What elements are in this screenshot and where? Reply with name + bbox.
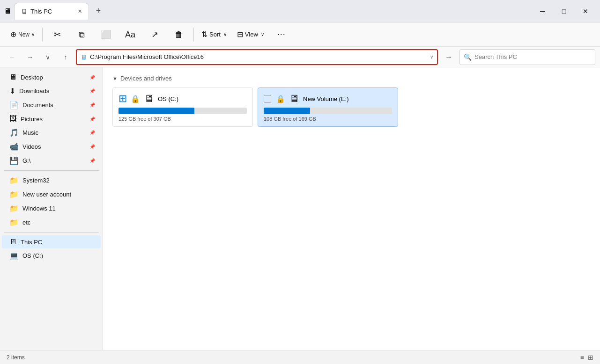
rename-icon: Aa: [125, 30, 135, 39]
sidebar-item-os-c[interactable]: 💻 OS (C:): [2, 249, 101, 262]
pin-icon: 📌: [89, 116, 95, 122]
view-chevron-icon: ∨: [261, 32, 264, 37]
tab-label: This PC: [30, 8, 52, 15]
sidebar-item-desktop[interactable]: 🖥 Desktop 📌: [2, 71, 101, 84]
new-label: New: [18, 31, 30, 38]
sidebar-item-videos[interactable]: 📹 Videos 📌: [2, 140, 101, 153]
sidebar-item-label: Pictures: [21, 116, 43, 123]
drive-e-bar-container: [264, 108, 392, 114]
rename-button[interactable]: Aa: [119, 24, 142, 45]
view-button[interactable]: ⊟ View ∨: [232, 24, 269, 45]
new-tab-button[interactable]: +: [91, 4, 106, 19]
address-drive-icon: 🖥: [81, 53, 87, 61]
sidebar-item-label: Documents: [22, 102, 53, 109]
addressbar-row: ← → ∨ ↑ 🖥 C:\Program Files\Microsoft Off…: [0, 47, 600, 67]
up-button[interactable]: ↑: [58, 50, 73, 65]
more-button[interactable]: ···: [270, 24, 293, 45]
drive-header-e: 🔒 🖥 New Volume (E:): [264, 93, 392, 105]
tab-icon: 🖥: [21, 7, 28, 15]
delete-button[interactable]: 🗑: [167, 24, 191, 45]
sidebar-item-label: G:\: [22, 157, 30, 164]
tab-strip: 🖥 This PC ✕ +: [14, 3, 532, 20]
drive-new-volume-e[interactable]: 🔒 🖥 New Volume (E:) 108 GB free of 169 G…: [258, 87, 398, 127]
sidebar-divider-2: [4, 232, 99, 233]
sidebar-item-label: Videos: [22, 143, 41, 150]
address-bar[interactable]: 🖥 C:\Program Files\Microsoft Office\Offi…: [76, 49, 438, 65]
drive-c-label: OS (C:): [158, 95, 178, 102]
list-view-button[interactable]: ≡: [580, 354, 584, 361]
toolbar: ⊕ New ∨ ✂ ⧉ ⬜ Aa ↗ 🗑 ⇅ Sort ∨ ⊟ View ∨ ·…: [0, 22, 600, 47]
share-button[interactable]: ↗: [143, 24, 166, 45]
desktop-icon: 🖥: [9, 73, 17, 81]
sidebar-item-label: Desktop: [21, 74, 43, 81]
sort-label: Sort: [209, 31, 221, 38]
pictures-icon: 🖼: [9, 115, 17, 123]
windows-logo-icon: ⊞: [119, 93, 127, 105]
drive-c-bar: [119, 108, 194, 114]
sidebar-item-label: System32: [22, 177, 50, 184]
close-button[interactable]: ✕: [575, 4, 596, 19]
minimize-button[interactable]: ─: [532, 4, 553, 19]
back-button[interactable]: ←: [5, 50, 20, 65]
view-icon: ⊟: [237, 30, 243, 39]
share-icon: ↗: [151, 30, 158, 39]
copy-icon: ⧉: [79, 30, 85, 39]
section-chevron-icon: ▼: [112, 76, 118, 81]
tab-this-pc[interactable]: 🖥 This PC ✕: [14, 3, 89, 20]
sidebar-item-documents[interactable]: 📄 Documents 📌: [2, 98, 101, 112]
paste-icon: ⬜: [101, 30, 111, 39]
pin-icon: 📌: [89, 88, 95, 94]
maximize-button[interactable]: □: [553, 4, 575, 19]
sidebar-item-g-drive[interactable]: 💾 G:\ 📌: [2, 154, 101, 167]
sidebar-item-label: This PC: [21, 239, 42, 246]
new-button[interactable]: ⊕ New ∨: [6, 24, 39, 45]
search-input[interactable]: [474, 53, 591, 60]
forward-button[interactable]: →: [22, 50, 37, 65]
sidebar-item-this-pc[interactable]: 🖥 This PC: [2, 235, 101, 248]
pin-icon: 📌: [89, 130, 95, 135]
drive-e-size-label: 108 GB free of 169 GB: [264, 116, 392, 122]
sidebar-item-label: etc: [22, 219, 30, 226]
search-box[interactable]: 🔍: [459, 49, 595, 65]
folder-icon: 📁: [9, 204, 19, 213]
drive-os-c[interactable]: ⊞ 🔒 🖥 OS (C:) 125 GB free of 307 GB: [112, 87, 253, 127]
os-drive-icon: 💻: [9, 251, 19, 260]
sidebar-item-label: New user account: [22, 191, 71, 198]
go-button[interactable]: →: [441, 49, 457, 65]
pin-icon: 📌: [89, 102, 95, 108]
tile-view-button[interactable]: ⊞: [588, 354, 593, 361]
sidebar-item-downloads[interactable]: ⬇ Downloads 📌: [2, 84, 101, 98]
toolbar-separator-1: [42, 28, 43, 42]
sidebar-item-pictures[interactable]: 🖼 Pictures 📌: [2, 112, 101, 125]
tab-close-button[interactable]: ✕: [78, 8, 82, 15]
folder-icon: 📁: [9, 176, 19, 185]
sidebar-item-label: Music: [22, 129, 38, 136]
folder-icon: 📁: [9, 190, 19, 199]
address-chevron-button[interactable]: ∨: [430, 54, 433, 59]
hdd-icon: 🖥: [144, 93, 154, 105]
sidebar-item-system32[interactable]: 📁 System32: [2, 174, 101, 187]
drive-header-c: ⊞ 🔒 🖥 OS (C:): [119, 93, 247, 105]
pin-icon: 📌: [89, 158, 95, 163]
paste-button[interactable]: ⬜: [94, 24, 118, 45]
devices-section-header[interactable]: ▼ Devices and drives: [112, 75, 591, 82]
sidebar-item-new-user-account[interactable]: 📁 New user account: [2, 188, 101, 201]
copy-button[interactable]: ⧉: [70, 24, 93, 45]
recent-button[interactable]: ∨: [40, 50, 55, 65]
cut-button[interactable]: ✂: [45, 24, 69, 45]
item-count-label: 2 items: [7, 354, 25, 361]
statusbar-right: ≡ ⊞: [580, 354, 593, 361]
hdd-icon-e: 🖥: [289, 93, 299, 105]
sidebar-item-windows11[interactable]: 📁 Windows 11: [2, 202, 101, 215]
toolbar-separator-2: [193, 28, 194, 42]
sidebar-item-music[interactable]: 🎵 Music 📌: [2, 126, 101, 139]
sort-button[interactable]: ⇅ Sort ∨: [197, 24, 231, 45]
new-plus-icon: ⊕: [10, 30, 16, 39]
view-label: View: [245, 31, 258, 38]
sidebar-divider-1: [4, 170, 99, 171]
search-icon: 🔍: [464, 53, 472, 61]
drive-c-bar-container: [119, 108, 247, 114]
sidebar-item-etc[interactable]: 📁 etc: [2, 216, 101, 229]
drive-e-label: New Volume (E:): [303, 95, 349, 102]
folder-icon: 📁: [9, 218, 19, 227]
